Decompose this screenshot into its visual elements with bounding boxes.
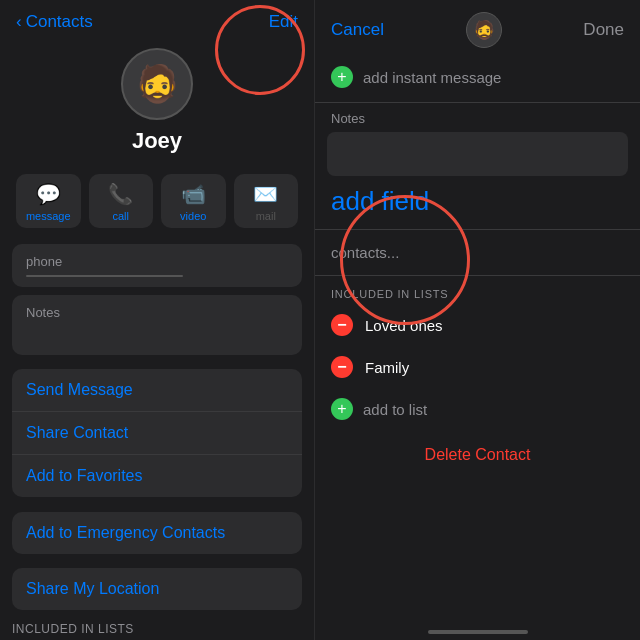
family-label: Family bbox=[365, 359, 409, 376]
included-lists-label: INCLUDED IN LISTS bbox=[0, 614, 314, 640]
share-contact-label: Share Contact bbox=[26, 424, 128, 441]
actions-menu: Send Message Share Contact Add to Favori… bbox=[12, 369, 302, 497]
add-favorites-item[interactable]: Add to Favorites bbox=[12, 454, 302, 497]
video-icon: 📹 bbox=[181, 182, 206, 206]
message-icon: 💬 bbox=[36, 182, 61, 206]
chevron-left-icon: ‹ bbox=[16, 12, 22, 32]
remove-family-icon[interactable]: − bbox=[331, 356, 353, 378]
phone-value-line bbox=[26, 275, 183, 277]
add-favorites-label: Add to Favorites bbox=[26, 467, 143, 484]
message-label: message bbox=[26, 210, 71, 222]
contacts-row-text: contacts... bbox=[331, 244, 399, 261]
call-label: call bbox=[112, 210, 129, 222]
contact-name: Joey bbox=[132, 128, 182, 154]
video-button[interactable]: 📹 video bbox=[161, 174, 226, 228]
contacts-row[interactable]: contacts... bbox=[315, 234, 640, 271]
emergency-menu: Add to Emergency Contacts bbox=[12, 512, 302, 554]
add-to-list-label: add to list bbox=[363, 401, 427, 418]
mail-icon: ✉️ bbox=[253, 182, 278, 206]
divider-1 bbox=[315, 102, 640, 103]
family-row[interactable]: − Family bbox=[315, 346, 640, 388]
video-label: video bbox=[180, 210, 206, 222]
message-button[interactable]: 💬 message bbox=[16, 174, 81, 228]
avatar-emoji: 🧔 bbox=[135, 63, 180, 105]
right-avatar-emoji: 🧔 bbox=[473, 19, 495, 41]
home-indicator bbox=[428, 630, 528, 634]
call-icon: 📞 bbox=[108, 182, 133, 206]
right-avatar: 🧔 bbox=[466, 12, 502, 48]
notes-section-label: Notes bbox=[315, 107, 640, 130]
left-panel: ‹ Contacts Edit 🧔 Joey 💬 message 📞 call … bbox=[0, 0, 315, 640]
right-header: Cancel 🧔 Done bbox=[315, 0, 640, 56]
send-message-label: Send Message bbox=[26, 381, 133, 398]
share-location-label: Share My Location bbox=[26, 580, 159, 597]
included-section-label: INCLUDED IN LISTS bbox=[315, 280, 640, 304]
avatar: 🧔 bbox=[121, 48, 193, 120]
add-field-button[interactable]: add field bbox=[315, 178, 640, 225]
mail-button: ✉️ mail bbox=[234, 174, 299, 228]
add-instant-message-row[interactable]: + add instant message bbox=[315, 56, 640, 98]
divider-3 bbox=[315, 275, 640, 276]
call-button[interactable]: 📞 call bbox=[89, 174, 154, 228]
cancel-button[interactable]: Cancel bbox=[331, 20, 384, 40]
loved-ones-label: Loved ones bbox=[365, 317, 443, 334]
remove-loved-ones-icon[interactable]: − bbox=[331, 314, 353, 336]
add-instant-message-label: add instant message bbox=[363, 69, 501, 86]
action-buttons: 💬 message 📞 call 📹 video ✉️ mail bbox=[0, 166, 314, 240]
divider-2 bbox=[315, 229, 640, 230]
phone-field: phone bbox=[12, 244, 302, 287]
left-header: ‹ Contacts Edit bbox=[0, 0, 314, 40]
right-panel: Cancel 🧔 Done + add instant message Note… bbox=[315, 0, 640, 640]
emergency-label: Add to Emergency Contacts bbox=[26, 524, 225, 541]
share-contact-item[interactable]: Share Contact bbox=[12, 411, 302, 454]
edit-button[interactable]: Edit bbox=[269, 12, 298, 32]
mail-label: mail bbox=[256, 210, 276, 222]
location-menu: Share My Location bbox=[12, 568, 302, 610]
phone-label: phone bbox=[26, 254, 288, 269]
share-location-item[interactable]: Share My Location bbox=[12, 568, 302, 610]
add-instant-message-icon: + bbox=[331, 66, 353, 88]
add-to-list-icon: + bbox=[331, 398, 353, 420]
avatar-section: 🧔 Joey bbox=[0, 40, 314, 166]
notes-label: Notes bbox=[26, 305, 288, 320]
delete-contact-button[interactable]: Delete Contact bbox=[315, 434, 640, 476]
add-to-list-row[interactable]: + add to list bbox=[315, 388, 640, 430]
back-button[interactable]: ‹ Contacts bbox=[16, 12, 93, 32]
back-label: Contacts bbox=[26, 12, 93, 32]
emergency-contacts-item[interactable]: Add to Emergency Contacts bbox=[12, 512, 302, 554]
notes-input-area[interactable] bbox=[327, 132, 628, 176]
send-message-item[interactable]: Send Message bbox=[12, 369, 302, 411]
loved-ones-row[interactable]: − Loved ones bbox=[315, 304, 640, 346]
done-button[interactable]: Done bbox=[583, 20, 624, 40]
notes-section: Notes bbox=[12, 295, 302, 355]
